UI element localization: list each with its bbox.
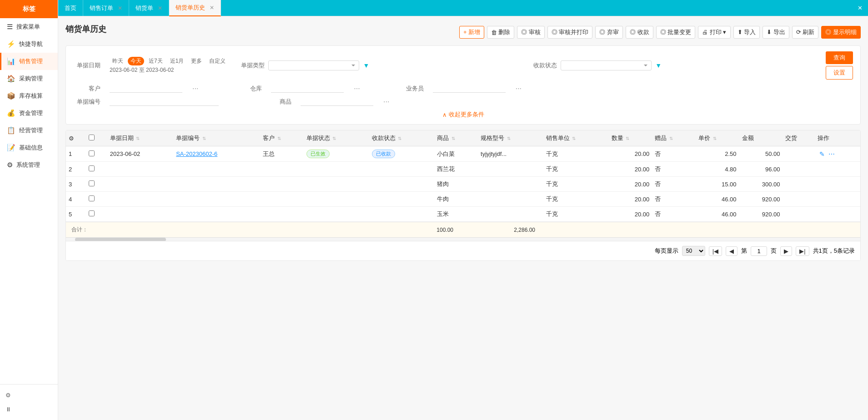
date-label: 单据日期 [73,61,100,70]
add-btn[interactable]: + 新增 [459,26,484,39]
doc-type-input[interactable] [268,60,359,70]
last-page-btn[interactable]: ▶| [796,246,809,256]
sidebar-item-label: 资金管理 [19,109,43,117]
col-goods[interactable]: 商品 ⇅ [434,130,478,146]
delete-btn[interactable]: 🗑 删除 [487,26,514,39]
warehouse-dots[interactable]: ··· [354,85,360,93]
col-gift[interactable]: 赠品 ⇅ [652,130,696,146]
row-checkbox[interactable] [89,165,95,171]
salesperson-dots[interactable]: ··· [516,85,522,93]
sidebar-item-sales-mgmt[interactable]: 📊 销售管理 [0,53,58,70]
sidebar-bottom-pause[interactable]: ⏸ [0,402,58,416]
cell-customer [260,177,304,192]
sidebar-item-label: 系统管理 [16,161,40,169]
date-custom[interactable]: 自定义 [206,57,228,65]
sidebar-item-quick-nav[interactable]: ⚡ 快捷导航 [0,35,58,53]
row-checkbox[interactable] [89,210,95,216]
customer-input[interactable] [110,84,182,93]
query-btn[interactable]: 查询 [826,51,853,64]
sidebar-item-sys-mgmt[interactable]: ⚙ 系统管理 [0,156,58,174]
salesperson-input[interactable] [433,84,506,93]
cell-quantity: 20.00 [609,177,652,192]
doc-no-link[interactable]: SA-20230602-6 [176,150,217,157]
doc-no-input[interactable] [110,97,219,106]
cell-ops[interactable]: ✎⋯ [815,146,860,162]
sidebar-item-purchase-mgmt[interactable]: 🏠 采购管理 [0,70,58,87]
payment-status-input[interactable] [561,60,652,70]
col-quantity[interactable]: 数量 ⇅ [609,130,652,146]
col-unit-price[interactable]: 单价 ⇅ [696,130,739,146]
col-transaction[interactable]: 交货 [783,130,814,146]
cell-checkbox [86,177,107,192]
doc-type-dropdown[interactable]: ▼ [363,62,369,69]
first-page-btn[interactable]: |◀ [709,246,722,256]
row-checkbox[interactable] [89,195,95,201]
date-1month[interactable]: 近1月 [167,57,187,65]
cell-gift: 否 [652,207,696,222]
sidebar-item-inventory[interactable]: 📦 库存核算 [0,87,58,105]
sidebar-bottom-settings[interactable]: ⚙ [0,388,58,402]
sidebar-item-search-menu[interactable]: ☰ 搜索菜单 [0,18,58,35]
cell-row-num: 5 [66,207,86,222]
audit-print-btn[interactable]: ◎ 审核并打印 [547,26,593,39]
col-doc-no[interactable]: 单据编号 ⇅ [173,130,260,146]
cell-payment-status: 已收款 [369,146,435,162]
abandon-btn[interactable]: ◎ 弃审 [595,26,623,39]
col-sales-unit[interactable]: 销售单位 ⇅ [543,130,609,146]
date-yesterday[interactable]: 昨天 [110,57,126,65]
show-detail-btn[interactable]: ◎ 显示明细 [821,26,861,39]
row-checkbox[interactable] [89,150,95,156]
window-close-btn[interactable]: ✕ [852,5,868,11]
cell-quantity: 20.00 [609,192,652,207]
print-btn[interactable]: 🖨 打印 ▾ [698,26,730,39]
date-more[interactable]: 更多 [188,57,205,65]
next-page-btn[interactable]: ▶ [780,246,792,256]
warehouse-input[interactable] [271,84,344,93]
col-spec[interactable]: 规格型号 ⇅ [478,130,543,146]
tab-close-sales-history[interactable]: ✕ [210,5,214,11]
cell-doc-date [107,192,173,207]
col-customer[interactable]: 客户 ⇅ [260,130,304,146]
page-number-input[interactable] [751,246,767,256]
payment-status-dropdown[interactable]: ▼ [655,62,662,69]
col-amount[interactable]: 金额 [739,130,783,146]
date-7days[interactable]: 近7天 [146,57,166,65]
select-all-checkbox[interactable] [89,135,95,140]
sidebar-item-finance[interactable]: 💰 资金管理 [0,105,58,122]
prev-page-btn[interactable]: ◀ [726,246,738,256]
col-checkbox[interactable] [86,130,107,146]
ops-edit-btn[interactable]: ✎ [818,150,827,159]
refresh-btn[interactable]: ⟳ 刷新 [792,26,819,39]
col-settings[interactable]: ⚙ [66,130,86,146]
salesperson-label: 业务员 [396,85,424,93]
row-checkbox[interactable] [89,180,95,186]
tab-sales-order[interactable]: 销售订单 ✕ [83,0,129,16]
ops-more-btn[interactable]: ⋯ [827,150,837,159]
settings-btn[interactable]: 设置 [826,66,853,80]
batch-change-btn[interactable]: ◎ 批量变更 [656,26,696,39]
tab-close-sales-order[interactable]: ✕ [118,5,122,11]
col-doc-status[interactable]: 单据状态 ⇅ [304,130,369,146]
export-btn[interactable]: ⬇ 导出 [763,26,789,39]
audit-btn[interactable]: ◎ 审核 [517,26,545,39]
goods-dots[interactable]: ··· [383,98,389,106]
sidebar-item-label: 搜索菜单 [16,23,40,31]
collect-btn[interactable]: ◎ 收款 [626,26,653,39]
per-page-select[interactable]: 50 100 200 [682,246,705,256]
sidebar-item-basic-info[interactable]: 📝 基础信息 [0,139,58,156]
tab-sales-delivery[interactable]: 销货单 ✕ [129,0,169,16]
page-label: 第 [741,247,747,255]
tab-home[interactable]: 首页 [58,0,83,16]
tab-close-sales-delivery[interactable]: ✕ [158,5,162,11]
goods-input[interactable] [301,97,373,106]
customer-dots[interactable]: ··· [192,85,198,93]
col-payment-status[interactable]: 收款状态 ⇅ [369,130,435,146]
cell-amount: 50.00 [739,146,783,162]
sidebar-item-ops-mgmt[interactable]: 📋 经营管理 [0,122,58,139]
date-today[interactable]: 今天 [128,57,144,65]
tab-sales-history[interactable]: 销货单历史 ✕ [169,0,221,16]
collapse-btn[interactable]: ∧ 收起更多条件 [73,110,853,119]
col-doc-date[interactable]: 单据日期 ⇅ [107,130,173,146]
import-btn[interactable]: ⬆ 导入 [733,26,760,39]
scroll-bar[interactable] [66,237,860,241]
